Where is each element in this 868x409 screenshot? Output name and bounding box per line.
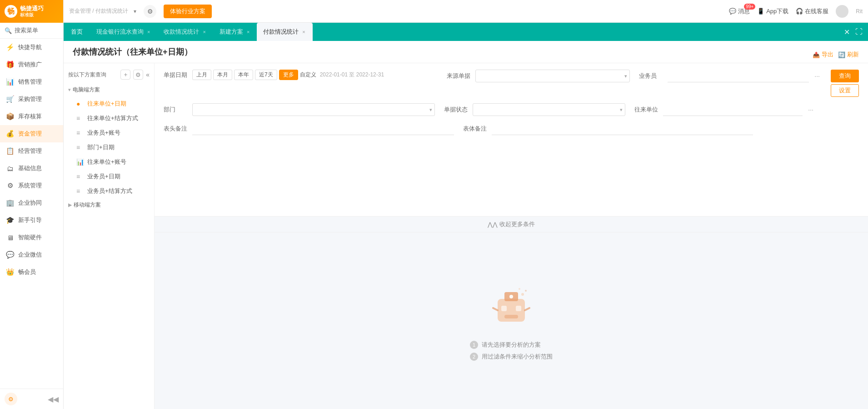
tab-label: 付款情况统计	[263, 28, 299, 36]
source-select[interactable]	[475, 70, 629, 82]
salesperson-more-button[interactable]: ···	[813, 72, 822, 80]
salesperson-input[interactable]	[668, 70, 809, 82]
dept-select[interactable]	[192, 103, 435, 116]
sidebar-item-quick-nav[interactable]: ⚡ 快捷导航	[0, 39, 63, 56]
scheme-item-staff-date[interactable]: ≡ 业务员+日期	[64, 169, 154, 184]
inventory-icon: 📦	[5, 112, 15, 121]
sidebar-item-label: 企业协同	[18, 199, 42, 207]
tab-receipt-stats[interactable]: 收款情况统计 ×	[157, 23, 213, 41]
sidebar-item-purchase[interactable]: 🛒 采购管理	[0, 91, 63, 108]
scheme-item-staff-settle[interactable]: ≡ 业务员+结算方式	[64, 184, 154, 198]
date-more-btn[interactable]: 更多	[279, 70, 298, 80]
quick-nav-icon: ⚡	[5, 43, 15, 51]
tab-bank-flow[interactable]: 现金银行流水查询 ×	[90, 23, 157, 41]
date-this-month-btn[interactable]: 本月	[213, 70, 232, 80]
source-filter-label: 来源单据	[447, 72, 472, 80]
date-this-year-btn[interactable]: 本年	[234, 70, 253, 80]
scheme-item-staff-account[interactable]: ≡ 业务员+账号	[64, 126, 154, 140]
settings-icon: ⚙	[135, 71, 141, 78]
scheme-group-mobile[interactable]: ▶ 移动端方案	[64, 198, 154, 212]
sidebar-item-basic[interactable]: 🗂 基础信息	[0, 160, 63, 177]
filter-row-3: 表头备注 表体备注	[164, 122, 859, 135]
sidebar-item-sales[interactable]: 📊 销售管理	[0, 73, 63, 91]
date-range-text: 2022-01-01 至 2022-12-31	[320, 71, 384, 79]
scheme-item-customer-settle[interactable]: ≡ 往来单位+结算方式	[64, 111, 154, 126]
operation-icon: 📋	[5, 147, 15, 155]
scheme-group-pc[interactable]: ▾ 电脑端方案	[64, 83, 154, 96]
scheme-settings-button[interactable]: ⚙	[133, 70, 143, 80]
tab-new-scheme[interactable]: 新建方案 ×	[213, 23, 257, 41]
sidebar-item-marketing[interactable]: 🎁 营销推广	[0, 56, 63, 73]
query-btn-group: 查询 设置	[831, 70, 859, 97]
sidebar-item-hardware[interactable]: 🖥 智能硬件	[0, 229, 63, 246]
right-panel: 单据日期 上月 本月 本年 近7天 更多 自定义 2022-01-01 至 20…	[155, 63, 868, 409]
scheme-sidebar-header: 按以下方案查询 ＋ ⚙ «	[64, 68, 154, 83]
sidebar-collapse-button[interactable]: ◀◀	[48, 395, 59, 404]
sidebar-item-label: 经营管理	[18, 147, 42, 155]
sidebar-item-capital[interactable]: 💰 资金管理	[0, 125, 63, 142]
tab-payment-stats[interactable]: 付款情况统计 ×	[257, 23, 312, 41]
user-avatar[interactable]	[836, 5, 848, 18]
collapse-bar: ⋀⋀ 收起更多条件	[155, 216, 868, 232]
topbar-settings-icon[interactable]: ⚙	[144, 5, 156, 18]
refresh-button[interactable]: 🔄 刷新	[838, 50, 859, 59]
topbar-dropdown-button[interactable]: ▾	[132, 7, 138, 15]
online-service-button[interactable]: 🎧 在线客服	[796, 7, 828, 15]
sidebar-item-inventory[interactable]: 📦 库存核算	[0, 108, 63, 125]
partner-more-button[interactable]: ···	[806, 106, 815, 113]
wechat-icon: 💬	[5, 251, 15, 259]
svg-point-2	[509, 295, 513, 298]
search-label: 搜索菜单	[15, 26, 38, 35]
sidebar-search[interactable]: 🔍 搜索菜单	[0, 23, 63, 39]
svg-point-9	[525, 290, 527, 292]
partner-input[interactable]	[663, 103, 803, 116]
sidebar-header: 畅 畅捷通巧 标准版	[0, 0, 63, 23]
scheme-item-customer-account[interactable]: 📊 往来单位+账号	[64, 155, 154, 169]
settings-footer-icon[interactable]: ⚙	[5, 393, 17, 405]
app-download-button[interactable]: 📱 App下载	[757, 7, 788, 15]
tip-text-2: 用过滤条件来缩小分析范围	[482, 353, 553, 361]
date-last-7days-btn[interactable]: 近7天	[255, 70, 277, 80]
sidebar-item-member[interactable]: 👑 畅会员	[0, 263, 63, 281]
enterprise-icon: 🏢	[5, 199, 15, 207]
add-icon: ＋	[123, 71, 129, 79]
messages-button[interactable]: 💬 消息 99+	[729, 7, 750, 15]
doc-status-select[interactable]	[473, 103, 625, 116]
tab-home[interactable]: 首页	[64, 23, 90, 41]
tab-close-payment-stats[interactable]: ×	[301, 29, 306, 35]
filter-group-partner: 往来单位 ···	[634, 103, 815, 116]
trial-button[interactable]: 体验行业方案	[164, 5, 212, 18]
app-logo: 畅	[5, 5, 17, 18]
scheme-add-button[interactable]: ＋	[120, 70, 130, 80]
tab-close-all-button[interactable]: ✕	[842, 27, 852, 37]
collapse-more-conditions-button[interactable]: ⋀⋀ 收起更多条件	[488, 220, 535, 228]
scheme-item-customer-date[interactable]: ● 往来单位+日期	[64, 96, 154, 111]
sidebar-item-wechat[interactable]: 💬 企业微信	[0, 246, 63, 263]
marketing-icon: 🎁	[5, 61, 15, 69]
sidebar-item-guide[interactable]: 🎓 新手引导	[0, 212, 63, 229]
sidebar-item-system[interactable]: ⚙ 系统管理	[0, 177, 63, 194]
scheme-collapse-button[interactable]: «	[146, 71, 150, 78]
scheme-icon: ≡	[76, 129, 85, 136]
tab-close-bank-flow[interactable]: ×	[146, 29, 151, 35]
tab-close-new-scheme[interactable]: ×	[246, 29, 250, 35]
topbar: 资金管理 / 付款情况统计 ▾ ⚙ 体验行业方案 💬 消息 99+ 📱 App下…	[64, 0, 868, 23]
tab-close-receipt-stats[interactable]: ×	[202, 29, 206, 35]
online-service-label: 在线客服	[805, 7, 828, 15]
header-note-input[interactable]	[192, 122, 454, 135]
body-note-input[interactable]	[492, 122, 753, 135]
dept-filter-label: 部门	[164, 106, 189, 114]
scheme-icon: 📊	[76, 158, 85, 166]
dept-select-wrapper: ▾	[192, 103, 435, 116]
query-button[interactable]: 查询	[831, 70, 859, 82]
sidebar-item-enterprise[interactable]: 🏢 企业协同	[0, 194, 63, 212]
sidebar-item-operation[interactable]: 📋 经营管理	[0, 142, 63, 160]
tab-fullscreen-button[interactable]: ⛶	[853, 27, 864, 37]
settings-secondary-button[interactable]: 设置	[831, 84, 859, 97]
filter-row-2: 部门 ▾ 单据状态	[164, 103, 859, 116]
svg-line-7	[525, 308, 529, 310]
scheme-item-label: 业务员+结算方式	[87, 187, 132, 195]
date-last-month-btn[interactable]: 上月	[192, 70, 211, 80]
scheme-item-dept-date[interactable]: ≡ 部门+日期	[64, 140, 154, 155]
export-button[interactable]: 📤 导出	[813, 50, 833, 59]
